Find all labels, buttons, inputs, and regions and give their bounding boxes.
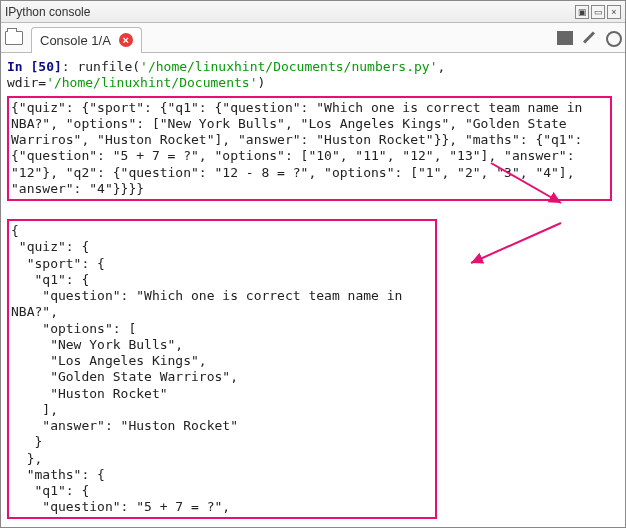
input-prompt-line: In [50]: runfile('/home/linuxhint/Docume… (7, 59, 619, 92)
ipython-console-window: IPython console ▣ ▭ × Console 1/A × In [… (0, 0, 626, 528)
stop-icon[interactable] (557, 31, 573, 45)
svg-line-1 (471, 223, 561, 263)
pretty-json-output: { "quiz": { "sport": { "q1": { "question… (11, 223, 433, 519)
pretty-json-output-box: { "quiz": { "sport": { "q1": { "question… (7, 219, 437, 519)
close-window-button[interactable]: × (607, 5, 621, 19)
tab-bar: Console 1/A × (1, 23, 625, 53)
window-title: IPython console (5, 5, 90, 19)
tab-label: Console 1/A (40, 33, 111, 48)
in-number: [50] (30, 59, 61, 74)
raw-json-output: {"quiz": {"sport": {"q1": {"question": "… (11, 100, 608, 198)
arg-path: '/home/linuxhint/Documents/numbers.py' (140, 59, 437, 74)
console-output-area[interactable]: In [50]: runfile('/home/linuxhint/Docume… (1, 53, 625, 527)
restore-button[interactable]: ▣ (575, 5, 589, 19)
runfile-call: runfile( (77, 59, 140, 74)
in-label: In (7, 59, 30, 74)
raw-json-output-box: {"quiz": {"sport": {"q1": {"question": "… (7, 96, 612, 202)
open-folder-icon[interactable] (5, 31, 23, 45)
titlebar: IPython console ▣ ▭ × (1, 1, 625, 23)
in-colon: : (62, 59, 78, 74)
call-close: ) (257, 75, 265, 90)
console-tab[interactable]: Console 1/A × (31, 27, 142, 53)
settings-icon[interactable] (605, 31, 621, 45)
annotation-arrow-2 (451, 213, 571, 277)
edit-icon[interactable] (581, 31, 597, 45)
maximize-button[interactable]: ▭ (591, 5, 605, 19)
close-tab-icon[interactable]: × (119, 33, 133, 47)
arg-wdir: '/home/linuxhint/Documents' (46, 75, 257, 90)
